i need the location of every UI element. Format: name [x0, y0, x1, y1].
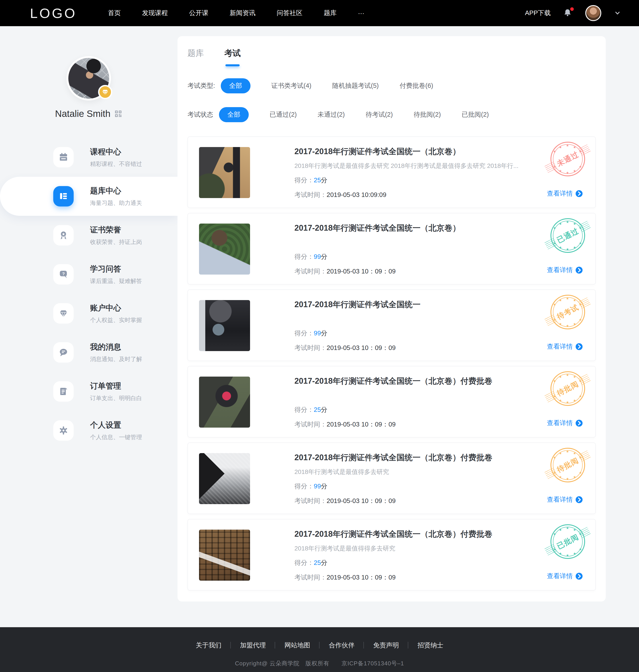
- footer-link[interactable]: 招贤纳士: [408, 641, 453, 650]
- sidebar-item[interactable]: 订单管理 订单支出、明明白白: [0, 372, 177, 411]
- exam-thumbnail[interactable]: [199, 147, 250, 198]
- sidebar-item-text: 订单管理 订单支出、明明白白: [90, 381, 142, 402]
- status-stamp: ★★★★★★★★★★ 待考试: [550, 295, 585, 329]
- filter-option[interactable]: 随机抽题考试(5): [332, 78, 379, 93]
- footer-link[interactable]: 关于我们: [186, 641, 231, 650]
- arrow-right-circle-icon: [575, 190, 583, 197]
- stamp-hatch-left: [545, 315, 557, 327]
- nav-item[interactable]: 公开课: [189, 9, 208, 17]
- nav-item[interactable]: ···: [358, 10, 364, 17]
- sidebar-item-text: 个人设置 个人信息、一键管理: [90, 420, 142, 441]
- exam-thumbnail[interactable]: [199, 377, 250, 428]
- exam-card-list: 2017-2018年行测证件考试全国统一（北京卷） 2018年行测考试是最值得多…: [177, 122, 606, 591]
- sidebar-item-icon-box: [53, 420, 74, 441]
- exam-thumbnail[interactable]: [199, 224, 250, 275]
- tab[interactable]: 考试: [224, 48, 241, 65]
- sidebar-item[interactable]: 证书荣誉 收获荣誉、持证上岗: [0, 216, 177, 255]
- filter-option[interactable]: 待考试(2): [365, 107, 393, 122]
- score-label: 得分：: [294, 330, 314, 337]
- exam-title[interactable]: 2017-2018年行测证件考试全国统一（北京卷）付费批卷: [294, 529, 492, 540]
- app-download-link[interactable]: APP下载: [525, 9, 551, 17]
- view-detail-link[interactable]: 查看详情: [547, 266, 583, 275]
- sidebar-item-icon-box: [53, 381, 74, 402]
- sidebar-item[interactable]: 我的消息 消息通知、及时了解: [0, 333, 177, 372]
- filter-option[interactable]: 未通过(2): [317, 107, 345, 122]
- nav-item[interactable]: 题库: [324, 9, 337, 17]
- nav-item[interactable]: 问答社区: [277, 9, 302, 17]
- top-navbar: LOGO 首页 发现课程 公开课 新闻资讯 问答社区 题库 ··· APP下载: [0, 0, 639, 26]
- stamp-outer-ring: [550, 448, 585, 482]
- filter-option[interactable]: 已通过(2): [269, 107, 297, 122]
- exam-thumbnail[interactable]: [199, 530, 250, 581]
- footer-link[interactable]: 网站地图: [275, 641, 320, 650]
- exam-title[interactable]: 2017-2018年行测证件考试全国统一（北京卷）: [294, 223, 461, 234]
- tab[interactable]: 题库: [187, 48, 204, 65]
- exam-title[interactable]: 2017-2018年行测证件考试全国统一（北京卷）: [294, 146, 461, 157]
- score-suffix: 分: [321, 483, 327, 490]
- view-detail-link[interactable]: 查看详情: [547, 189, 583, 198]
- sidebar-item[interactable]: 账户中心 个人权益、实时掌握: [0, 294, 177, 333]
- nav-item[interactable]: 新闻资讯: [230, 9, 255, 17]
- exam-title[interactable]: 2017-2018年行测证件考试全国统一（北京卷）付费批卷: [294, 452, 492, 463]
- sidebar-item-title: 学习问答: [90, 264, 142, 274]
- nav-item[interactable]: 首页: [108, 9, 121, 17]
- notification-dot: [570, 7, 574, 11]
- main-panel: 题库 考试 考试类型: 全部 证书类考试(4): [177, 36, 606, 602]
- nav-item[interactable]: 发现课程: [142, 9, 168, 17]
- exam-thumbnail[interactable]: [199, 453, 250, 504]
- footer-link[interactable]: 免责声明: [364, 641, 408, 650]
- user-avatar[interactable]: [585, 5, 601, 21]
- score-label: 得分：: [294, 559, 314, 566]
- sidebar-item-icon-box: [53, 186, 74, 207]
- time-label: 考试时间：: [294, 421, 327, 428]
- sidebar-item-icon: [58, 191, 68, 202]
- time-value: 2019-05-03 10：09：09: [327, 421, 395, 428]
- view-detail-link[interactable]: 查看详情: [547, 572, 583, 581]
- time-label: 考试时间：: [294, 497, 327, 504]
- content-area: Natalie Smith 课程中心 精彩课程、不容错过: [0, 26, 639, 672]
- view-detail-link[interactable]: 查看详情: [547, 495, 583, 504]
- filter-option[interactable]: 全部: [221, 78, 250, 93]
- notification-bell[interactable]: [563, 8, 573, 18]
- filter-option[interactable]: 待批阅(2): [414, 107, 441, 122]
- filter-option[interactable]: 全部: [219, 107, 249, 122]
- stamp-outer-ring: [550, 524, 585, 559]
- sidebar-item[interactable]: 课程中心 精彩课程、不容错过: [0, 138, 177, 177]
- view-detail-link[interactable]: 查看详情: [547, 419, 583, 428]
- filter-option[interactable]: 证书类考试(4): [271, 78, 311, 93]
- footer-link[interactable]: 合作伙伴: [320, 641, 364, 650]
- exam-score-row: 得分：25分: [294, 558, 327, 567]
- stamp-inner-ring: [553, 374, 583, 403]
- qr-code-icon[interactable]: [114, 110, 123, 118]
- time-label: 考试时间：: [294, 191, 327, 198]
- exam-description: 2018年行测考试是最值得多去研究 2018年行测考试是最值得多去研究 2018…: [294, 162, 518, 170]
- sidebar-item-icon-box: [53, 225, 74, 245]
- filter-option[interactable]: 已批阅(2): [462, 107, 489, 122]
- exam-thumbnail[interactable]: [199, 300, 250, 351]
- footer-link[interactable]: 加盟代理: [231, 641, 275, 650]
- filter-option[interactable]: 付费批卷(6): [400, 78, 433, 93]
- exam-title[interactable]: 2017-2018年行测证件考试全国统一: [294, 299, 420, 310]
- stamp-inner-ring: [553, 450, 583, 480]
- sidebar-item-subtitle: 个人权益、实时掌握: [90, 316, 142, 324]
- sidebar-item-text: 证书荣誉 收获荣誉、持证上岗: [90, 225, 142, 246]
- time-value: 2019-05-03 10:09:09: [327, 191, 386, 198]
- exam-title[interactable]: 2017-2018年行测证件考试全国统一（北京卷）付费批卷: [294, 376, 492, 387]
- sidebar-item-subtitle: 海量习题、助力通关: [90, 199, 142, 207]
- filter-row: 考试类型: 全部 证书类考试(4) 随机抽题考试(5) 付费批卷(6): [177, 78, 606, 93]
- exam-card: 2017-2018年行测证件考试全国统一（北京卷）付费批卷 得分：25分 考试时…: [187, 366, 596, 437]
- sidebar-item-text: 题库中心 海量习题、助力通关: [90, 186, 142, 207]
- brand-logo[interactable]: LOGO: [30, 5, 77, 21]
- arrow-right-circle-icon: [575, 343, 583, 350]
- arrow-right-circle-icon: [575, 266, 583, 274]
- chevron-down-icon[interactable]: [614, 9, 621, 17]
- sidebar-item[interactable]: 题库中心 海量习题、助力通关: [0, 177, 177, 216]
- sidebar-item[interactable]: 学习问答 课后重温、疑难解答: [0, 255, 177, 294]
- exam-time-row: 考试时间：2019-05-03 10:09:09: [294, 191, 386, 199]
- time-value: 2019-05-03 10：09：09: [327, 344, 395, 351]
- stamp-outer-ring: [550, 218, 585, 253]
- view-detail-link[interactable]: 查看详情: [547, 342, 583, 351]
- sidebar-item[interactable]: 个人设置 个人信息、一键管理: [0, 411, 177, 450]
- diamond-badge-icon: [102, 88, 109, 96]
- sidebar: Natalie Smith 课程中心 精彩课程、不容错过: [0, 26, 177, 672]
